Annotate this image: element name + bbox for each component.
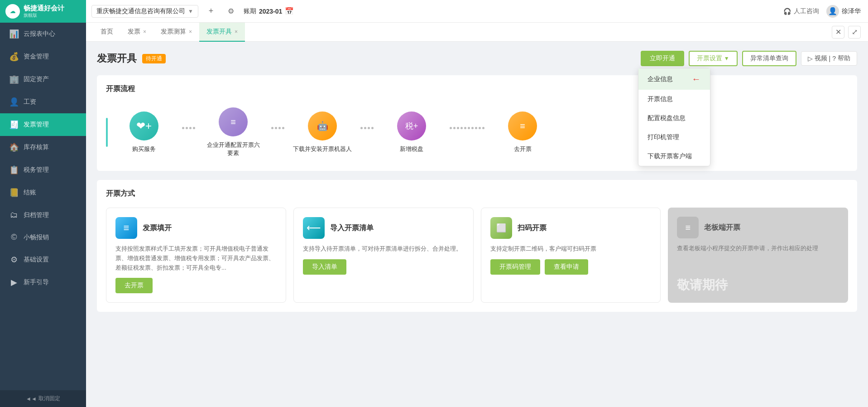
download-icon: 🤖	[308, 111, 337, 141]
import-title: 导入开票清单	[330, 223, 374, 233]
tab-home-label: 首页	[101, 28, 113, 36]
red-arrow-icon: ←	[692, 74, 701, 84]
connector-1	[180, 127, 197, 129]
sidebar-item-tax[interactable]: 📋 税务管理	[0, 159, 86, 181]
tab-invoice-calc[interactable]: 发票测算 ×	[153, 23, 199, 42]
logo-text-block: 畅捷通好会计 旗舰版	[24, 4, 64, 19]
sidebar-label-fund: 资金管理	[24, 53, 49, 61]
view-apply-button[interactable]: 查看申请	[545, 259, 588, 275]
flow-step-add-tax: 税+ 新增税盘	[375, 111, 448, 153]
add-tax-label: 新增税盘	[400, 145, 423, 153]
sidebar-item-guide[interactable]: ▶ 新手引导	[0, 271, 86, 294]
sidebar-label-settle: 结账	[24, 189, 36, 197]
methods-grid: ≡ 发票填开 支持按照发票样式手工填开发票；可开具增值税电子普通发票、增值税普通…	[106, 208, 848, 303]
customer-service-button[interactable]: 🎧 人工咨询	[783, 7, 819, 15]
account-period: 账期 2023-01 📅	[244, 7, 294, 15]
invoice-icon: 🧾	[9, 120, 19, 130]
buy-service-label: 购买服务	[132, 145, 156, 153]
method-boss-header: ≡ 老板端开票	[677, 217, 839, 238]
page-header: 发票开具 待开通 立即开通 开票设置 ▼ 企业信息	[97, 51, 857, 66]
tab-invoice[interactable]: 发票 ×	[120, 23, 153, 42]
header-actions: 立即开通 开票设置 ▼ 企业信息 ←	[641, 51, 857, 66]
fill-go-button[interactable]: 去开票	[115, 278, 153, 293]
company-name: 重庆畅捷交通信息咨询有限公司	[96, 7, 185, 15]
sidebar-label-inventory: 库存核算	[24, 143, 49, 151]
methods-section-title: 开票方式	[106, 189, 848, 199]
expense-icon: ©	[9, 233, 19, 242]
sidebar-collapse-button[interactable]: ◄◄ 取消固定	[0, 390, 86, 407]
video-help-button[interactable]: ▷ 视频 | ? 帮助	[801, 51, 857, 66]
dropdown-invoice-info[interactable]: 开票信息	[638, 90, 710, 109]
play-icon: ▷	[808, 55, 813, 62]
sidebar-label-invoice: 发票管理	[24, 121, 49, 129]
sidebar-item-payroll[interactable]: 👤 工资	[0, 91, 86, 113]
go-invoice-icon: ≡	[508, 111, 537, 141]
sidebar-item-expense[interactable]: © 小畅报销	[0, 226, 86, 248]
service-label: 人工咨询	[794, 7, 819, 15]
tab-home[interactable]: 首页	[93, 23, 120, 42]
logo-area: ☁ 畅捷通好会计 旗舰版	[0, 0, 86, 23]
top-bar: ☁ 畅捷通好会计 旗舰版 重庆畅捷交通信息咨询有限公司 ▼ + ⚙ 账期 202…	[0, 0, 868, 23]
settings-dropdown-wrapper: 开票设置 ▼ 企业信息 ← 开票信息	[689, 51, 738, 66]
dropdown-tax-disk-label: 配置税盘信息	[647, 114, 686, 121]
company-selector[interactable]: 重庆畅捷交通信息咨询有限公司 ▼	[91, 5, 198, 18]
user-info[interactable]: 👤 徐泽华	[826, 5, 861, 18]
tab-invoice-close[interactable]: ×	[143, 29, 146, 35]
scan-desc: 支持定制开票二维码，客户端可扫码开票	[490, 244, 652, 254]
tab-invoice-open-close[interactable]: ×	[235, 29, 238, 35]
tab-invoice-open[interactable]: 发票开具 ×	[199, 23, 245, 42]
question-icon: ?	[832, 55, 836, 62]
fill-icon: ≡	[115, 217, 137, 239]
dropdown-company-info[interactable]: 企业信息 ←	[638, 68, 710, 90]
dropdown-printer[interactable]: 打印机管理	[638, 128, 710, 147]
base-settings-icon: ⚙	[9, 255, 19, 265]
dropdown-tax-disk[interactable]: 配置税盘信息	[638, 109, 710, 128]
method-boss: ≡ 老板端开票 查看老板端小程序提交的开票申请，并作出相应的处理 敬请期待	[668, 208, 848, 303]
inventory-icon: 🏠	[9, 142, 19, 152]
method-import: ⟵ 导入开票清单 支持导入待开票清单，可对待开票清单进行拆分、合并处理。 导入清…	[293, 208, 474, 303]
invoice-settings-button[interactable]: 开票设置 ▼	[689, 51, 738, 66]
qr-manage-button[interactable]: 开票码管理	[490, 259, 540, 275]
exception-list-button[interactable]: 异常清单查询	[742, 51, 796, 66]
sidebar-item-fixed-asset[interactable]: 🏢 固定资产	[0, 68, 86, 91]
sidebar-label-fixed-asset: 固定资产	[24, 75, 49, 83]
account-period-label: 账期	[244, 7, 256, 15]
settle-icon: 📒	[9, 188, 19, 198]
fill-title: 发票填开	[143, 223, 172, 233]
close-tab-button[interactable]: ✕	[832, 26, 844, 39]
sidebar-item-cloud-report[interactable]: 📊 云报表中心	[0, 23, 86, 45]
fund-icon: 💰	[9, 52, 19, 62]
import-desc: 支持导入待开票清单，可对待开票清单进行拆分、合并处理。	[303, 244, 464, 254]
add-tab-button[interactable]: +	[204, 4, 218, 19]
calendar-icon[interactable]: 📅	[285, 7, 294, 15]
sidebar-item-base-settings[interactable]: ⚙ 基础设置	[0, 248, 86, 271]
logo-title: 畅捷通好会计	[24, 4, 64, 12]
activate-button[interactable]: 立即开通	[641, 51, 684, 66]
dropdown-download-client[interactable]: 下载开票客户端	[638, 147, 710, 166]
sidebar-item-settle[interactable]: 📒 结账	[0, 181, 86, 204]
tab-invoice-calc-label: 发票测算	[161, 28, 186, 36]
sidebar-item-fund[interactable]: 💰 资金管理	[0, 45, 86, 68]
methods-section: 开票方式 ≡ 发票填开 支持按照发票样式手工填开发票；可开具增值税电子普通发票、…	[97, 180, 857, 312]
scan-buttons: 开票码管理 查看申请	[490, 259, 652, 275]
avatar-icon: 👤	[828, 7, 837, 15]
tab-bar: 首页 发票 × 发票测算 × 发票开具 × ✕ ⤢	[86, 23, 868, 42]
import-list-button[interactable]: 导入清单	[303, 259, 346, 275]
sidebar-label-expense: 小畅报销	[24, 233, 49, 242]
sidebar-item-inventory[interactable]: 🏠 库存核算	[0, 136, 86, 159]
method-fill-header: ≡ 发票填开	[115, 217, 277, 239]
tab-invoice-calc-close[interactable]: ×	[189, 29, 192, 35]
settings-icon[interactable]: ⚙	[224, 4, 238, 19]
expand-button[interactable]: ⤢	[848, 26, 861, 39]
flow-step-buy: ❤+ 购买服务	[108, 111, 180, 153]
coming-soon-overlay: 敬请期待	[677, 276, 728, 294]
payroll-icon: 👤	[9, 97, 19, 107]
config-label: 企业开通配置开票六要素	[206, 141, 260, 157]
sidebar-label-cloud-report: 云报表中心	[24, 30, 55, 38]
sidebar-item-archive[interactable]: 🗂 归档管理	[0, 204, 86, 226]
sidebar-item-invoice[interactable]: 🧾 发票管理	[0, 113, 86, 136]
dropdown-printer-label: 打印机管理	[647, 133, 679, 141]
username: 徐泽华	[842, 7, 861, 15]
flow-section-title: 开票流程	[106, 84, 848, 94]
go-invoice-label: 去开票	[514, 145, 532, 153]
